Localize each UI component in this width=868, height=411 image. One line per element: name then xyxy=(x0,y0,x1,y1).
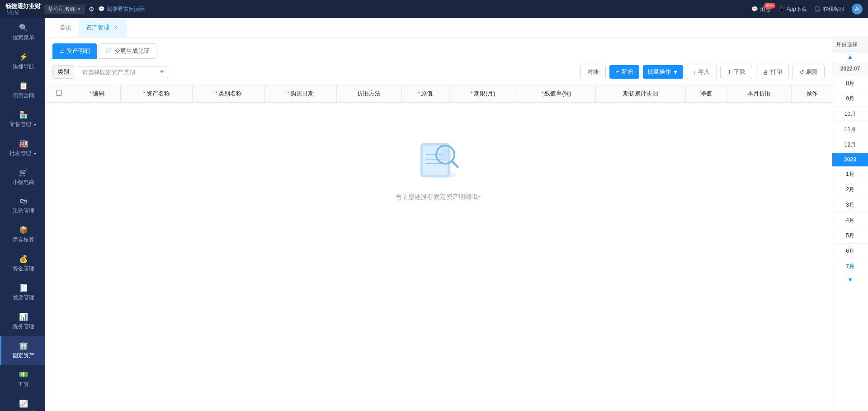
month-8[interactable]: 8月 xyxy=(832,76,868,91)
required-mark-category_name: * xyxy=(215,90,217,97)
month-9[interactable]: 9月 xyxy=(832,91,868,107)
tab-home[interactable]: 首页 xyxy=(52,19,79,37)
month-6[interactable]: 6月 xyxy=(832,244,868,259)
refresh-icon: ↺ xyxy=(799,69,804,76)
required-mark-original_value: * xyxy=(418,90,420,97)
month-10[interactable]: 10月 xyxy=(832,107,868,122)
select-all-header[interactable] xyxy=(45,85,73,103)
category-select[interactable]: 请选择固定资产类别 xyxy=(78,66,168,78)
sidebar-item-purchase[interactable]: 🛍 采购管理 xyxy=(0,192,45,220)
company-name: 某公司名称 xyxy=(48,5,75,13)
message-icon: 💬 xyxy=(751,6,758,12)
month-5[interactable]: 5月 xyxy=(832,228,868,244)
batch-ops-label: 批量操作 xyxy=(647,68,671,76)
refresh-button[interactable]: ↺ 刷新 xyxy=(793,65,825,79)
sidebar-icon-project-contract: 📋 xyxy=(5,81,42,90)
company-selector[interactable]: 某公司名称 ▼ xyxy=(44,5,85,14)
month-4[interactable]: 4月 xyxy=(832,213,868,228)
sidebar-label-container-purchase: 采购管理 xyxy=(5,207,42,215)
sidebar-label-container-project-contract: 项目合同 xyxy=(5,92,42,99)
sub-tab-asset-detail[interactable]: ☰ 资产明细 xyxy=(52,43,97,59)
demo-link-text: 我要看实例演示 xyxy=(107,5,145,13)
top-bar: 畅捷通好业财 专业版 某公司名称 ▼ ⚙ 💬 我要看实例演示 💬 消息 99+ … xyxy=(0,0,868,18)
download-label: 下载 xyxy=(734,68,745,76)
company-dropdown-arrow: ▼ xyxy=(77,7,81,12)
sidebar-arrow-wholesale: ▼ xyxy=(33,151,37,156)
sidebar-item-invoice[interactable]: 🧾 发票管理 xyxy=(0,278,45,307)
sidebar-icon-ecommerce: 🛒 xyxy=(5,168,42,177)
empty-message: 当前您还没有固定资产明细哦~ xyxy=(396,193,481,201)
message-button[interactable]: 💬 消息 99+ xyxy=(751,5,771,13)
sidebar-item-capital[interactable]: 💰 资金管理 xyxy=(0,249,45,278)
sidebar-label-container-ecommerce: 小畅电商 xyxy=(5,179,42,186)
select-all-checkbox[interactable] xyxy=(56,90,62,96)
sidebar-label-invoice: 发票管理 xyxy=(13,294,34,302)
sidebar-item-fixed-assets[interactable]: 🏢 固定资产 xyxy=(0,336,45,365)
sidebar-item-ecommerce[interactable]: 🛒 小畅电商 xyxy=(0,163,45,192)
print-button[interactable]: 🖨 打印 xyxy=(756,65,789,79)
th-category_name: *类别名称 xyxy=(193,85,264,103)
month-nav-down[interactable]: ▼ xyxy=(832,274,868,285)
sidebar-label-container-inventory: 库存核算 xyxy=(5,236,42,244)
add-new-button[interactable]: + 新增 xyxy=(609,65,639,79)
app-download-button[interactable]: 📱 App下载 xyxy=(778,5,807,13)
sidebar-item-tax[interactable]: 📊 税务管理 xyxy=(0,307,45,336)
sidebar-icon-tax: 📊 xyxy=(5,312,42,321)
app-name: 畅捷通好业财 xyxy=(5,3,41,10)
month-1[interactable]: 1月 xyxy=(832,167,868,182)
online-service-button[interactable]: 🎧 在线客服 xyxy=(814,5,844,13)
import-button[interactable]: ↓ 导入 xyxy=(687,65,717,79)
month-panel-title: 月份选择 xyxy=(836,41,858,48)
category-label: 类别 xyxy=(52,65,74,79)
table-header-row: *编码*资产名称*类别名称*购买日期折旧方法*原值*期限(月)*残值率(%)期初… xyxy=(45,85,832,103)
sidebar: 🔍 搜索菜单 ⚡ 快捷导航 📋 项目合同 🏪 零售管理 ▼ xyxy=(0,18,45,411)
th-operations: 操作 xyxy=(792,85,832,103)
app-branding: 畅捷通好业财 专业版 xyxy=(5,3,41,15)
batch-ops-button[interactable]: 批量操作 ▼ xyxy=(643,65,683,79)
th-code: *编码 xyxy=(73,85,121,103)
online-service-label: 在线客服 xyxy=(823,5,844,13)
sidebar-item-search[interactable]: 🔍 搜索菜单 xyxy=(0,18,45,47)
reconcile-button[interactable]: 对账 xyxy=(580,65,606,79)
month-3[interactable]: 3月 xyxy=(832,198,868,213)
th-monthly_depreciation: 本月折旧 xyxy=(726,85,792,103)
import-label: 导入 xyxy=(698,68,710,76)
sidebar-label-ecommerce: 小畅电商 xyxy=(13,179,34,186)
tab-close-icon[interactable]: × xyxy=(112,24,119,31)
sidebar-item-retail[interactable]: 🏪 零售管理 ▼ xyxy=(0,105,45,134)
month-12[interactable]: 12月 xyxy=(832,137,868,153)
th-accumulated_depreciation: 期初累计折旧 xyxy=(596,85,686,103)
month-2[interactable]: 2月 xyxy=(832,182,868,198)
service-icon: 🎧 xyxy=(814,6,821,12)
sidebar-item-project-contract[interactable]: 📋 项目合同 xyxy=(0,76,45,105)
download-button[interactable]: ⬇ 下载 xyxy=(720,65,752,79)
required-mark-purchase_date: * xyxy=(287,90,289,97)
sidebar-icon-purchase: 🛍 xyxy=(5,197,42,205)
magnifier-inner xyxy=(439,148,452,161)
month-nav-up[interactable]: ▲ xyxy=(832,52,868,62)
th-depreciation_method: 折旧方法 xyxy=(336,85,401,103)
th-net_value: 净值 xyxy=(686,85,726,103)
user-avatar[interactable]: Ai xyxy=(852,4,863,14)
sub-tab-change-voucher-label: 变更生成凭证 xyxy=(114,47,150,55)
sub-tabs: ☰ 资产明细 📄 变更生成凭证 xyxy=(45,38,832,59)
sidebar-item-inventory[interactable]: 📦 库存核算 xyxy=(0,220,45,249)
demo-link[interactable]: 💬 我要看实例演示 xyxy=(98,5,145,13)
tab-asset-management[interactable]: 资产管理 × xyxy=(79,19,127,37)
sidebar-label-search: 搜索菜单 xyxy=(13,34,34,42)
sidebar-item-quick-nav[interactable]: ⚡ 快捷导航 xyxy=(0,47,45,76)
sidebar-label-container-invoice: 发票管理 xyxy=(5,294,42,302)
tab-home-label: 首页 xyxy=(60,24,71,32)
sidebar-arrow-retail: ▼ xyxy=(33,123,37,127)
sidebar-item-salary[interactable]: 💵 工资 xyxy=(0,365,45,394)
settings-icon[interactable]: ⚙ xyxy=(89,5,94,13)
month-11[interactable]: 11月 xyxy=(832,122,868,137)
sidebar-item-operations[interactable]: 📈 经营管理 xyxy=(0,394,45,411)
sidebar-item-wholesale[interactable]: 🏭 批发管理 ▼ xyxy=(0,134,45,163)
sidebar-label-container-search: 搜索菜单 xyxy=(5,34,42,42)
main-panel: ☰ 资产明细 📄 变更生成凭证 类别 请选择固定资产类别 xyxy=(45,38,832,411)
sidebar-label-wholesale: 批发管理 xyxy=(9,150,31,157)
month-7-selected[interactable]: 7月 xyxy=(832,259,868,274)
sidebar-icon-capital: 💰 xyxy=(5,255,42,263)
sub-tab-change-voucher[interactable]: 📄 变更生成凭证 xyxy=(99,43,156,59)
